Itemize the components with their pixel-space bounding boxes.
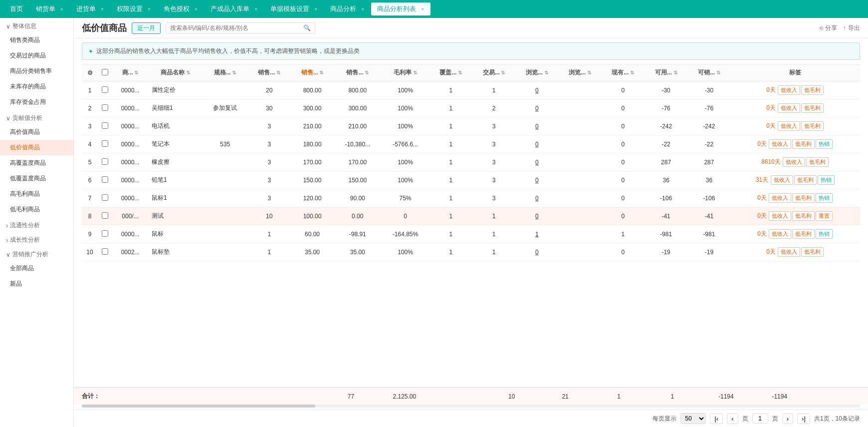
nav-home[interactable]: 首页 (4, 2, 29, 15)
browse1-link[interactable]: 0 (535, 213, 539, 220)
row-checkbox[interactable] (102, 212, 108, 219)
last-page-btn[interactable]: ›| (797, 414, 810, 424)
col-sales-amt[interactable]: 销售... (291, 64, 334, 81)
sidebar-item-low-value[interactable]: 低价值商品 (0, 140, 73, 155)
nav-analysis-list[interactable]: 商品分析列表 × (371, 2, 430, 15)
sidebar-group-contribution[interactable]: ∨ 贡献值分析 (0, 110, 73, 124)
col-available[interactable]: 可用... (645, 64, 687, 81)
sidebar-group-circulation[interactable]: › 流通性分析 (0, 217, 73, 232)
browse1-link[interactable]: 1 (535, 231, 539, 238)
prev-page-btn[interactable]: ‹ (727, 414, 738, 424)
cell-browse1[interactable]: 0 (515, 207, 558, 225)
browse1-link[interactable]: 0 (535, 159, 539, 166)
nav-close-inbound[interactable]: × (254, 6, 257, 12)
filter-recent-month-btn[interactable]: 近一月 (132, 22, 161, 34)
cell-name[interactable]: 电话机 (149, 117, 203, 135)
col-sales-qty[interactable]: 销售... (248, 64, 291, 81)
cell-browse1[interactable]: 0 (515, 189, 558, 207)
cell-checkbox[interactable] (98, 225, 112, 243)
browse1-link[interactable]: 0 (535, 141, 539, 148)
col-spec[interactable]: 规格... (202, 64, 247, 81)
cell-checkbox[interactable] (98, 171, 112, 189)
cell-browse1[interactable]: 0 (515, 243, 558, 261)
cell-checkbox[interactable] (98, 207, 112, 225)
row-checkbox[interactable] (102, 86, 108, 93)
nav-template-settings[interactable]: 单据模板设置 × (264, 2, 323, 15)
row-checkbox[interactable] (102, 176, 108, 183)
nav-product-analysis[interactable]: 商品分析 × (324, 2, 370, 15)
nav-sales-order[interactable]: 销货单 × (30, 2, 69, 15)
nav-close-analysis[interactable]: × (361, 6, 364, 12)
col-sales-avg[interactable]: 销售... (334, 64, 381, 81)
search-input[interactable] (170, 24, 301, 31)
first-page-btn[interactable]: |‹ (710, 414, 723, 424)
page-number-input[interactable] (752, 414, 768, 424)
cell-name[interactable]: 鼠标 (149, 225, 203, 243)
nav-role-auth[interactable]: 角色授权 × (158, 2, 204, 15)
sidebar-item-category-sales-rate[interactable]: 商品分类销售率 (0, 63, 73, 79)
sidebar-group-growth[interactable]: › 成长性分析 (0, 232, 73, 246)
browse1-link[interactable]: 0 (535, 87, 539, 94)
per-page-select[interactable]: 50 100 200 (680, 413, 706, 424)
row-checkbox[interactable] (102, 158, 108, 165)
cell-browse1[interactable]: 0 (515, 117, 558, 135)
sidebar-item-sales-category[interactable]: 销售类商品 (0, 32, 73, 48)
col-coverage[interactable]: 覆盖... (430, 64, 472, 81)
cell-checkbox[interactable] (98, 99, 112, 117)
nav-product-inbound[interactable]: 产成品入库单 × (205, 2, 263, 15)
cell-name[interactable]: 铅笔1 (149, 171, 203, 189)
search-icon[interactable]: 🔍 (303, 24, 311, 31)
nav-close-template[interactable]: × (314, 6, 317, 12)
browse1-link[interactable]: 0 (535, 123, 539, 130)
nav-close-role[interactable]: × (195, 6, 198, 12)
horizontal-scrollbar[interactable] (82, 405, 860, 408)
cell-name[interactable]: 鼠标1 (149, 189, 203, 207)
cell-name[interactable]: 属性定价 (149, 81, 203, 99)
row-checkbox[interactable] (102, 122, 108, 129)
cell-name[interactable]: 吴细细1 (149, 99, 203, 117)
cell-browse1[interactable]: 0 (515, 153, 558, 171)
sidebar-item-inventory-capital[interactable]: 库存资金占用 (0, 94, 73, 110)
col-gross-rate[interactable]: 毛利率 (381, 64, 429, 81)
row-checkbox[interactable] (102, 104, 108, 111)
cell-checkbox[interactable] (98, 153, 112, 171)
cell-browse1[interactable]: 0 (515, 171, 558, 189)
nav-close-permission[interactable]: × (148, 6, 151, 12)
share-btn[interactable]: ⎋ 分享 (820, 24, 837, 32)
browse1-link[interactable]: 0 (535, 177, 539, 184)
row-checkbox[interactable] (102, 140, 108, 147)
cell-browse1[interactable]: 1 (515, 225, 558, 243)
cell-name[interactable]: 橡皮擦 (149, 153, 203, 171)
browse1-link[interactable]: 0 (535, 105, 539, 112)
col-browse2[interactable]: 浏览... (558, 64, 601, 81)
row-checkbox[interactable] (102, 194, 108, 201)
col-name[interactable]: 商品名称 (149, 64, 203, 81)
nav-close-sales[interactable]: × (60, 6, 63, 12)
sidebar-item-no-inventory[interactable]: 未库存的商品 (0, 79, 73, 94)
nav-purchase-order[interactable]: 进货单 × (70, 2, 110, 15)
cell-browse1[interactable]: 0 (515, 81, 558, 99)
col-trade[interactable]: 交易... (472, 64, 515, 81)
cell-checkbox[interactable] (98, 189, 112, 207)
cell-checkbox[interactable] (98, 117, 112, 135)
sidebar-item-low-margin[interactable]: 低毛利商品 (0, 202, 73, 217)
cell-checkbox[interactable] (98, 243, 112, 261)
sidebar-item-new-products[interactable]: 新品 (0, 276, 73, 292)
sidebar-item-traded[interactable]: 交易过的商品 (0, 48, 73, 63)
col-settings[interactable]: ⚙ (82, 64, 98, 81)
col-sellable[interactable]: 可销... (687, 64, 730, 81)
browse1-link[interactable]: 0 (535, 195, 539, 202)
sidebar-item-high-value[interactable]: 高价值商品 (0, 124, 73, 140)
row-checkbox[interactable] (102, 230, 108, 237)
sidebar-item-low-coverage[interactable]: 低覆盖度商品 (0, 171, 73, 186)
nav-close-analysis-list[interactable]: × (421, 6, 424, 12)
next-page-btn[interactable]: › (782, 414, 793, 424)
cell-checkbox[interactable] (98, 81, 112, 99)
export-btn[interactable]: ↑ 导出 (843, 24, 860, 32)
col-code[interactable]: 商... (112, 64, 149, 81)
col-browse1[interactable]: 浏览... (515, 64, 558, 81)
sidebar-group-overall[interactable]: ∨ 整体信息 (0, 18, 73, 32)
cell-name[interactable]: 鼠标垫 (149, 243, 203, 261)
sidebar-item-high-coverage[interactable]: 高覆盖度商品 (0, 155, 73, 171)
cell-browse1[interactable]: 0 (515, 99, 558, 117)
